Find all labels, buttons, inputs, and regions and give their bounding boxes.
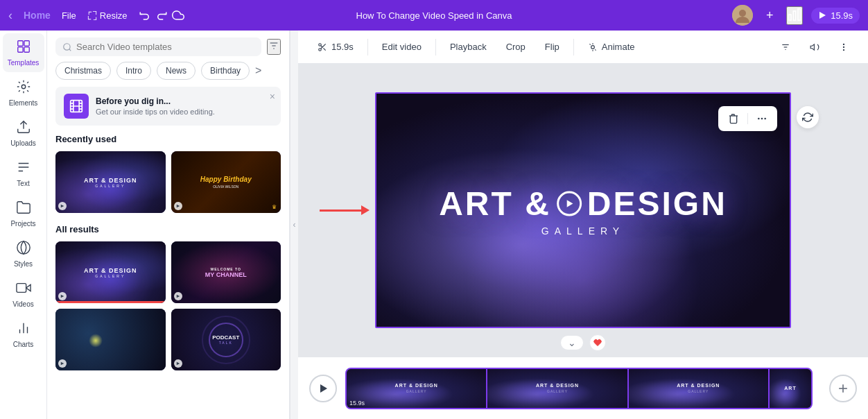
elements-icon [16,79,31,97]
crop-button[interactable]: Crop [498,37,534,56]
svg-marker-24 [61,205,64,208]
svg-point-41 [843,46,844,47]
svg-point-35 [591,45,594,49]
timeline-clip-2[interactable]: ART & DESIGN GALLERY [487,369,627,408]
svg-point-18 [64,43,70,49]
edit-video-label-button[interactable]: Edit video [374,37,430,56]
svg-rect-8 [17,47,22,52]
svg-rect-4 [798,8,800,20]
back-arrow-icon[interactable]: ‹ [8,8,12,23]
template-card-art-design-2[interactable]: ART & DESIGN GALLERY [55,241,166,303]
template-card-my-channel[interactable]: WELCOME TO MY CHANNEL [171,241,281,303]
svg-point-40 [843,44,844,44]
promo-close-button[interactable]: × [270,91,275,102]
undo-button[interactable] [139,9,151,22]
more-options-button[interactable] [831,38,857,56]
svg-rect-3 [794,11,796,20]
avatar[interactable] [732,5,753,26]
sidebar-label-templates: Templates [8,59,40,67]
edit-video-button[interactable]: 15.9s [309,37,362,56]
analytics-button[interactable] [786,6,803,25]
redo-button[interactable] [155,9,168,22]
svg-rect-2 [789,15,791,20]
svg-point-31 [319,48,322,51]
timeline-play-button[interactable] [309,375,337,402]
play-indicator-4 [174,292,182,300]
filter-icon [268,40,279,51]
home-button[interactable]: Home [24,10,51,21]
timeline-clip-3[interactable]: ART & DESIGN GALLERY [629,369,768,408]
file-button[interactable]: File [62,10,76,21]
clip-title-2: ART & DESIGN [536,383,579,388]
template-card-art-design-1[interactable]: ART & DESIGN GALLERY [55,151,166,213]
template-card-birthday-1[interactable]: Happy Birthday OLIVIA WILSON ♛ [171,151,281,213]
videos-icon [16,280,31,298]
templates-scroll: Recently used ART & DESIGN GALLERY [47,134,289,419]
chip-news[interactable]: News [157,62,196,80]
preview-button[interactable]: 15.9s [811,8,860,24]
canvas-main-text: ART & DESIGN [439,185,727,223]
timeline-clip-4[interactable]: ART [770,369,811,408]
sidebar-item-videos[interactable]: Videos [3,275,44,314]
trash-icon [728,113,739,124]
heart-button[interactable] [589,334,606,351]
refresh-button[interactable] [797,106,819,128]
chip-birthday[interactable]: Birthday [201,62,250,80]
canvas-wrapper: ART & DESIGN GALLERY [298,64,868,357]
playback-label: Playback [450,42,487,52]
template-card-podcast[interactable]: PODCAST TALK [171,309,281,370]
cloud-button[interactable] [172,9,184,22]
template-card-star[interactable] [55,309,166,370]
filter-toolbar-button[interactable] [772,38,799,56]
main-content: Templates Elements Uploads Text Projects [0,31,868,419]
sidebar-item-styles[interactable]: Styles [3,234,44,273]
sidebar-item-text[interactable]: Text [3,154,44,193]
sidebar-item-templates[interactable]: Templates [3,33,44,72]
animate-button[interactable]: Animate [580,37,643,56]
timeline-controls [309,375,337,402]
search-input[interactable] [76,42,254,52]
collapse-timeline-button[interactable]: ⌄ [560,335,584,350]
play-indicator-6 [174,359,182,368]
canvas-text-part2: DESIGN [587,185,727,223]
timeline-clip-1[interactable]: ART & DESIGN GALLERY 15.9s [347,369,486,408]
panel-collapse-handle[interactable]: ‹ [290,31,298,419]
svg-rect-14 [16,284,26,293]
more-popup-button[interactable] [754,110,770,127]
sidebar-item-elements[interactable]: Elements [3,74,44,112]
sidebar-item-projects[interactable]: Projects [3,194,44,233]
delete-button[interactable] [725,110,742,127]
clip-title-1: ART & DESIGN [395,383,438,388]
svg-point-42 [843,49,844,50]
category-chips: Christmas Intro News Birthday > [47,62,289,87]
flip-button[interactable]: Flip [537,37,568,56]
playback-button[interactable]: Playback [442,37,495,56]
crown-icon: ♛ [272,204,277,210]
sidebar-item-charts[interactable]: Charts [3,315,44,354]
templates-icon [16,39,31,57]
add-people-button[interactable]: + [761,7,778,24]
sidebar-item-uploads[interactable]: Uploads [3,114,44,153]
plus-icon [836,382,850,395]
svg-marker-25 [176,205,180,208]
svg-marker-28 [61,362,64,366]
clip-title-3: ART & DESIGN [677,383,720,388]
scissors-icon [318,42,327,52]
text-icon [16,160,31,178]
chip-intro[interactable]: Intro [116,62,151,80]
chip-christmas[interactable]: Christmas [55,62,111,80]
refresh-icon [802,112,813,123]
volume-button[interactable] [801,38,828,56]
more-categories-button[interactable]: > [255,65,261,77]
search-input-wrap [55,37,261,56]
svg-point-44 [758,118,759,119]
svg-point-45 [761,118,762,119]
add-clip-button[interactable] [829,375,857,402]
resize-button[interactable]: Resize [87,10,128,21]
styles-icon [16,240,31,258]
svg-rect-6 [17,41,22,46]
svg-marker-5 [819,12,826,19]
filter-button[interactable] [267,39,281,55]
timeline-clips: ART & DESIGN GALLERY 15.9s ART & DESI [345,368,813,409]
svg-marker-27 [176,295,180,298]
